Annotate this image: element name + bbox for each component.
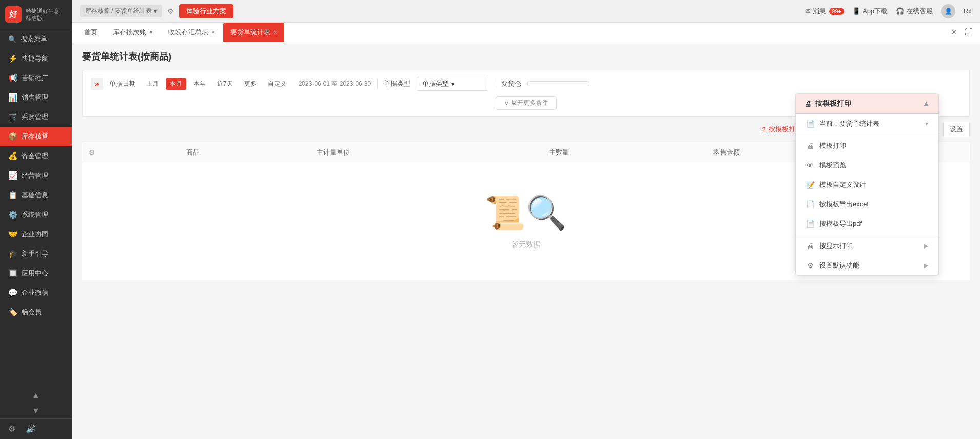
dropdown-header: 🖨 按模板打印 ▲	[796, 94, 938, 114]
settings-button[interactable]: 设置	[943, 122, 970, 137]
expand-more-button[interactable]: ∨ 展开更多条件	[496, 96, 557, 110]
close-tab-inventory-batch[interactable]: ×	[149, 29, 153, 36]
inventory-icon: 📦	[8, 132, 17, 141]
sidebar-item-wechat[interactable]: 💬 企业微信	[0, 283, 72, 302]
template-custom-icon: 📝	[806, 181, 814, 189]
breadcrumb-chevron-icon: ▾	[154, 8, 157, 15]
finance-icon: 💰	[8, 151, 17, 161]
search-menu[interactable]: 🔍 搜索菜单	[0, 29, 72, 49]
date-btn-last-month[interactable]: 上月	[142, 78, 163, 90]
type-select[interactable]: 单据类型 ▾	[417, 77, 488, 91]
sidebar-item-purchase[interactable]: 🛒 采购管理	[0, 107, 72, 127]
tab-home[interactable]: 首页	[77, 23, 105, 42]
date-btn-this-year[interactable]: 本年	[189, 78, 210, 90]
page-content: 要货单统计表(按商品) » 单据日期 上月 本月 本年 近7天 更多 自定义 2…	[72, 42, 980, 439]
col-unit: 主计量单位	[310, 143, 543, 163]
cargo-label: 要货仓	[501, 79, 521, 88]
sales-icon: 📊	[8, 93, 17, 102]
customer-service-button[interactable]: 🎧 在线客服	[896, 7, 933, 16]
dropdown-display-print[interactable]: 🖨 按显示打印 ▶	[796, 236, 938, 256]
sidebar-item-member[interactable]: 🏷️ 畅会员	[0, 302, 72, 322]
dropdown-default-func[interactable]: ⚙ 设置默认功能 ▶	[796, 256, 938, 275]
sidebar-item-cooperation[interactable]: 🤝 企业协同	[0, 224, 72, 244]
cooperation-icon: 🤝	[8, 230, 17, 239]
basic-icon: 📋	[8, 190, 17, 200]
apps-icon: 🔲	[8, 269, 17, 278]
sidebar-scroll-down[interactable]: ▼	[0, 403, 72, 418]
default-func-icon: ⚙	[806, 261, 814, 270]
sidebar-item-inventory[interactable]: 📦 库存核算	[0, 127, 72, 146]
default-func-chevron-icon: ▶	[924, 262, 928, 269]
sidebar-item-operations[interactable]: 📈 经营管理	[0, 166, 72, 185]
dropdown-item-export-excel[interactable]: 📄 按模板导出excel	[796, 195, 938, 214]
dropdown-item-template-preview[interactable]: 👁 模板预览	[796, 156, 938, 175]
dropdown-item-export-pdf[interactable]: 📄 按模板导出pdf	[796, 214, 938, 234]
maximize-tab-button[interactable]: ⛶	[963, 26, 975, 39]
message-icon: ✉	[805, 7, 811, 15]
volume-icon[interactable]: 🔊	[26, 424, 36, 434]
messages-button[interactable]: ✉ 消息 99+	[805, 7, 844, 16]
col-goods: 商品	[180, 143, 310, 163]
filter-row: » 单据日期 上月 本月 本年 近7天 更多 自定义 2023-06-01 至 …	[91, 77, 961, 91]
dropdown-close-button[interactable]: ▲	[922, 99, 930, 108]
dropdown-current-template[interactable]: 📄 当前：要货单统计表 ▾	[796, 114, 938, 133]
type-select-chevron-icon: ▾	[451, 80, 455, 88]
tab-inventory-batch[interactable]: 库存批次账 ×	[106, 23, 160, 42]
close-all-tabs-button[interactable]: ✕	[949, 25, 959, 39]
app-download-button[interactable]: 📱 App下载	[852, 7, 888, 16]
sidebar-item-finance[interactable]: 💰 资金管理	[0, 146, 72, 166]
dropdown-divider-1	[796, 135, 938, 135]
col-qty: 主数量	[543, 143, 707, 163]
display-print-chevron-icon: ▶	[924, 242, 928, 250]
tab-order-stats[interactable]: 要货单统计表 ×	[223, 23, 284, 42]
sidebar-item-system[interactable]: ⚙️ 系统管理	[0, 205, 72, 224]
operations-icon: 📈	[8, 171, 17, 180]
top-header: 库存核算 / 要货单统计表 ▾ ⚙ 体验行业方案 ✉ 消息 99+ 📱 App下…	[72, 0, 980, 23]
table-settings-icon[interactable]: ⚙	[89, 148, 95, 157]
export-pdf-icon: 📄	[806, 220, 814, 228]
display-print-icon: 🖨	[806, 242, 814, 250]
main-area: 库存核算 / 要货单统计表 ▾ ⚙ 体验行业方案 ✉ 消息 99+ 📱 App下…	[72, 0, 980, 439]
close-tab-receivables[interactable]: ×	[211, 29, 215, 36]
purchase-icon: 🛒	[8, 112, 17, 122]
trial-button[interactable]: 体验行业方案	[179, 4, 233, 18]
settings-icon[interactable]: ⚙	[8, 424, 15, 434]
sidebar-item-sales[interactable]: 📊 销售管理	[0, 88, 72, 107]
app-name: 畅捷通好生意 标准版	[26, 7, 60, 22]
page-title: 要货单统计表(按商品)	[82, 50, 970, 63]
app-logo-icon: 好	[5, 6, 22, 23]
type-label: 单据类型	[384, 79, 410, 88]
sidebar-footer: ⚙ 🔊	[0, 418, 72, 439]
quick-nav-icon: ⚡	[8, 54, 17, 63]
cargo-input[interactable]	[527, 81, 589, 86]
date-btn-7days[interactable]: 近7天	[213, 78, 237, 90]
sidebar-logo: 好 畅捷通好生意 标准版	[0, 0, 72, 29]
system-icon: ⚙️	[8, 210, 17, 219]
filter-toggle-button[interactable]: »	[91, 78, 103, 90]
header-settings-icon[interactable]: ⚙	[167, 7, 174, 15]
dropdown-item-template-print[interactable]: 🖨 模板打印	[796, 136, 938, 156]
template-preview-icon: 👁	[806, 161, 814, 169]
empty-text: 暂无数据	[512, 240, 540, 250]
marketing-icon: 📢	[8, 73, 17, 83]
download-icon: 📱	[852, 7, 860, 15]
avatar[interactable]: 👤	[941, 4, 955, 18]
dropdown-item-template-custom[interactable]: 📝 模板自定义设计	[796, 175, 938, 195]
col-settings[interactable]: ⚙	[83, 143, 181, 163]
member-icon: 🏷️	[8, 308, 17, 317]
current-chevron-icon: ▾	[925, 120, 928, 127]
sidebar-item-marketing[interactable]: 📢 营销推广	[0, 68, 72, 88]
sidebar-scroll-up[interactable]: ▲	[0, 388, 72, 403]
sidebar: 好 畅捷通好生意 标准版 🔍 搜索菜单 ⚡ 快捷导航 📢 营销推广 📊 销售管理…	[0, 0, 72, 439]
close-tab-order-stats[interactable]: ×	[273, 29, 277, 36]
date-btn-this-month[interactable]: 本月	[166, 78, 186, 90]
date-btn-custom[interactable]: 自定义	[264, 78, 290, 90]
empty-illustration: 📜🔍	[485, 194, 567, 232]
date-btn-more[interactable]: 更多	[240, 78, 261, 90]
sidebar-item-basic[interactable]: 📋 基础信息	[0, 185, 72, 205]
sidebar-item-guide[interactable]: 🎓 新手引导	[0, 244, 72, 263]
sidebar-item-apps[interactable]: 🔲 应用中心	[0, 263, 72, 283]
current-template-icon: 📄	[806, 120, 814, 128]
tab-receivables[interactable]: 收发存汇总表 ×	[161, 23, 222, 42]
sidebar-item-quick-nav[interactable]: ⚡ 快捷导航	[0, 49, 72, 68]
